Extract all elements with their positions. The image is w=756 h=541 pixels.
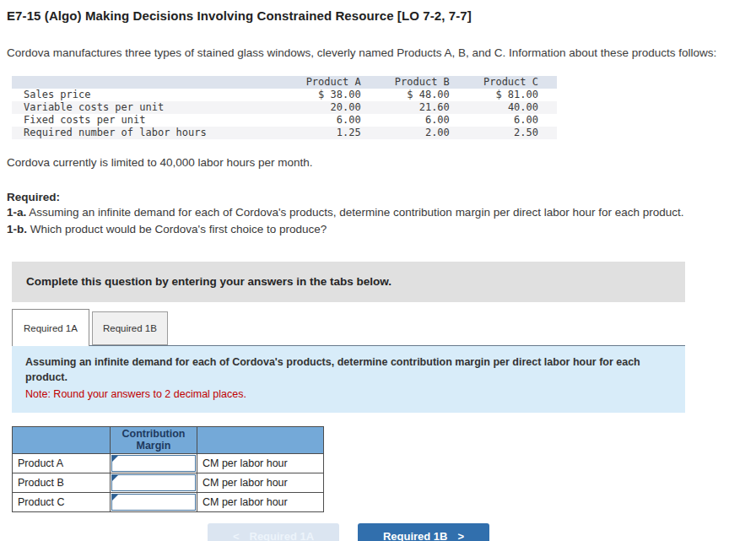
table-row: Required number of labor hours 1.25 2.00… bbox=[12, 127, 557, 139]
answer-header-spacer bbox=[197, 426, 324, 453]
cell-value: 2.50 bbox=[468, 127, 557, 139]
row-label: Variable costs per unit bbox=[12, 101, 291, 114]
answer-table-header-row: Contribution Margin bbox=[13, 426, 324, 453]
prompt-box: Assuming an infinite demand for each of … bbox=[12, 346, 685, 413]
row-label: Sales price bbox=[12, 89, 291, 101]
column-header-product-b: Product B bbox=[380, 76, 468, 89]
required-item-1b: 1-b. Which product would be Cordova's fi… bbox=[7, 221, 751, 238]
answer-row-product-c: Product C CM per labor hour bbox=[13, 492, 324, 511]
chevron-left-icon: < bbox=[233, 530, 240, 541]
row-label: Required number of labor hours bbox=[12, 127, 291, 139]
answer-header-spacer bbox=[13, 426, 111, 453]
table-row: Sales price $ 38.00 $ 48.00 $ 81.00 bbox=[12, 89, 557, 101]
answer-row-product-a: Product A CM per labor hour bbox=[13, 453, 324, 473]
tab-required-1b[interactable]: Required 1B bbox=[92, 311, 168, 345]
prompt-text: Assuming an infinite demand for each of … bbox=[25, 354, 672, 387]
prev-tab-button[interactable]: < Required 1A bbox=[208, 523, 339, 541]
cell-value: 40.00 bbox=[468, 101, 557, 114]
page-title: E7-15 (Algo) Making Decisions Involving … bbox=[7, 8, 749, 23]
product-info-table: Product A Product B Product C Sales pric… bbox=[12, 76, 557, 139]
cell-value: 2.00 bbox=[380, 127, 468, 139]
tab-required-1a[interactable]: Required 1A bbox=[12, 309, 89, 346]
intro-paragraph: Cordova manufactures three types of stai… bbox=[7, 45, 751, 62]
constraint-text: Cordova currently is limited to 40,000 l… bbox=[7, 156, 749, 169]
required-item-prefix: 1-b. bbox=[7, 223, 27, 235]
chevron-right-icon: > bbox=[457, 530, 464, 541]
table-row: Variable costs per unit 20.00 21.60 40.0… bbox=[12, 101, 557, 114]
required-item-prefix: 1-a. bbox=[7, 206, 26, 219]
answer-row-label: Product B bbox=[13, 473, 111, 492]
answer-row-suffix: CM per labor hour bbox=[197, 453, 324, 473]
instruction-banner: Complete this question by entering your … bbox=[12, 262, 685, 302]
answer-table: Contribution Margin Product A CM per lab… bbox=[12, 426, 324, 512]
answer-row-label: Product C bbox=[13, 492, 111, 511]
required-heading: Required: bbox=[7, 191, 749, 203]
prev-tab-button-label: Required 1A bbox=[250, 530, 315, 541]
required-item-1a: 1-a. Assuming an infinite demand for eac… bbox=[7, 204, 751, 221]
contribution-margin-input-product-a[interactable] bbox=[111, 455, 196, 472]
answer-row-suffix: CM per labor hour bbox=[197, 473, 324, 492]
required-item-text: Assuming an infinite demand for each of … bbox=[26, 206, 683, 219]
cell-value: 21.60 bbox=[380, 101, 468, 114]
cell-value: 1.25 bbox=[291, 127, 380, 139]
column-header-product-c: Product C bbox=[468, 76, 557, 89]
cell-value: $ 81.00 bbox=[468, 89, 557, 101]
cell-value: $ 48.00 bbox=[380, 89, 468, 101]
answer-input-cell bbox=[111, 453, 197, 473]
next-tab-button-label: Required 1B bbox=[383, 530, 448, 541]
row-label: Fixed costs per unit bbox=[12, 114, 291, 127]
answer-row-suffix: CM per labor hour bbox=[197, 492, 324, 511]
next-tab-button[interactable]: Required 1B > bbox=[358, 523, 489, 541]
answer-header-contribution-margin: Contribution Margin bbox=[111, 426, 197, 453]
tab-panel: Assuming an infinite demand for each of … bbox=[12, 345, 685, 541]
prompt-note: Note: Round your answers to 2 decimal pl… bbox=[25, 387, 672, 403]
column-header-product-a: Product A bbox=[291, 76, 380, 89]
contribution-margin-input-product-b[interactable] bbox=[111, 474, 196, 491]
tab-navigation: < Required 1A Required 1B > bbox=[12, 523, 685, 541]
answer-input-cell bbox=[111, 473, 197, 492]
cell-value: 6.00 bbox=[380, 114, 468, 127]
table-header-row: Product A Product B Product C bbox=[12, 76, 557, 89]
cell-value: $ 38.00 bbox=[291, 89, 380, 101]
tab-bar: Required 1A Required 1B bbox=[12, 309, 749, 345]
answer-row-product-b: Product B CM per labor hour bbox=[13, 473, 324, 492]
contribution-margin-input-product-c[interactable] bbox=[111, 494, 196, 511]
cell-value: 6.00 bbox=[291, 114, 380, 127]
cell-value: 6.00 bbox=[468, 114, 557, 127]
instruction-banner-text: Complete this question by entering your … bbox=[26, 275, 392, 288]
header-spacer bbox=[12, 76, 291, 89]
required-item-text: Which product would be Cordova's first c… bbox=[27, 223, 327, 235]
answer-row-label: Product A bbox=[13, 453, 111, 473]
cell-value: 20.00 bbox=[291, 101, 380, 114]
table-row: Fixed costs per unit 6.00 6.00 6.00 bbox=[12, 114, 557, 127]
answer-input-cell bbox=[111, 492, 197, 511]
